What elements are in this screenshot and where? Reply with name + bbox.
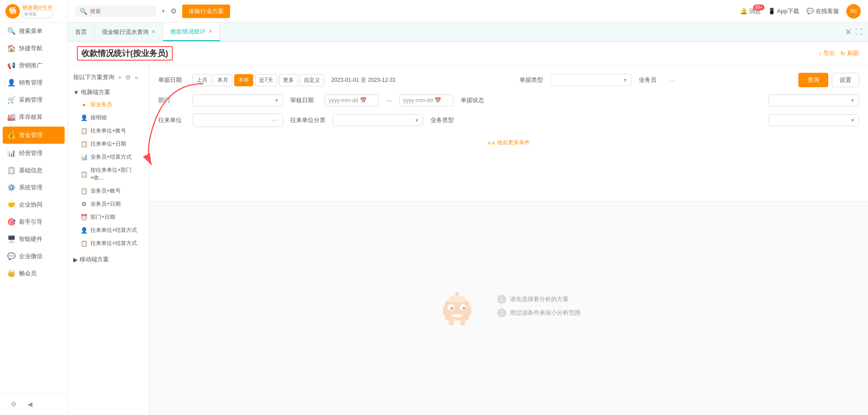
salesperson-more-btn[interactable]: ···: [670, 77, 675, 84]
partner-category-select[interactable]: ▾: [333, 114, 423, 126]
svg-rect-0: [445, 300, 469, 321]
review-date-to-input[interactable]: yyyy-mm-dd 📅: [399, 94, 453, 106]
scheme-item-unit-calc2[interactable]: 📋 往来单位+结算方式: [68, 237, 149, 250]
sidebar-item-wechat[interactable]: 💬 企业微信: [0, 248, 67, 265]
sidebar-item-enterprise[interactable]: 🤝 企业协同: [0, 196, 67, 213]
export-btn[interactable]: ↑ 导出: [819, 49, 835, 57]
dept-select[interactable]: ▾: [193, 94, 283, 106]
query-btn[interactable]: 查询: [798, 73, 828, 87]
dropdown-chevron-icon[interactable]: ▾: [162, 8, 165, 14]
scheme-item-salesperson-calc-label: 业务员+结算方式: [90, 153, 132, 161]
sidebar-item-purchase[interactable]: 🛒 采购管理: [0, 91, 67, 108]
scheme-settings-btn[interactable]: ⚙: [124, 73, 132, 82]
review-date-from-input[interactable]: yyyy-mm-dd 📅: [325, 94, 379, 106]
partner-more-btn[interactable]: ···: [272, 116, 278, 124]
service-icon: 💬: [807, 8, 814, 14]
sidebar-item-search[interactable]: 🔍 搜索菜单: [0, 23, 67, 40]
scheme-add-btn[interactable]: +: [117, 73, 123, 82]
app-download-btn[interactable]: 📱 App下载: [768, 7, 799, 15]
scheme-item-unit-dept[interactable]: 📋 按往来单位+部门+收...: [68, 164, 149, 184]
sidebar-menu: 🔍 搜索菜单 🏠 快捷导航 📢 营销推广 👤 销售管理 🛒 采购管理 🏭 库存核…: [0, 23, 67, 393]
doc-type-label: 单据类型: [519, 76, 547, 84]
sales-icon: 👤: [7, 79, 15, 87]
empty-state: 1 请先选择要分析的方案 2 用过滤条件来缩小分析范围: [149, 201, 868, 415]
business-type-select[interactable]: ▾: [769, 114, 859, 126]
trial-btn[interactable]: 体验行业方案: [182, 5, 230, 18]
collapse-label: 收起更多条件: [497, 139, 530, 146]
chevron-down-icon: ▼: [73, 89, 79, 96]
date-btn-last-month[interactable]: 上月: [193, 74, 212, 86]
date-btn-7days[interactable]: 近7天: [255, 74, 277, 86]
tab-receipt-stats-close[interactable]: ✕: [208, 28, 212, 34]
sidebar-item-inventory[interactable]: 🏭 库存核算: [0, 108, 67, 126]
tabbar: 首页 现金银行流水查询 ✕ 收款情况统计 ✕ ✕ ⛶: [68, 23, 868, 42]
settings-footer-btn[interactable]: ⚙: [7, 398, 20, 410]
tab-bank-flow[interactable]: 现金银行流水查询 ✕: [94, 23, 163, 41]
sidebar-item-member[interactable]: 👑 畅会员: [0, 265, 67, 282]
scheme-item-by-detail[interactable]: 👤 按明细: [68, 111, 149, 124]
unit-date-icon: 📋: [80, 141, 88, 148]
doc-status-select[interactable]: ▾: [769, 94, 859, 106]
close-window-icon[interactable]: ✕: [845, 27, 852, 37]
scheme-item-unit-date[interactable]: 📋 往来单位+日期: [68, 137, 149, 151]
review-date-from-text: yyyy-mm-dd: [329, 97, 358, 104]
sidebar-item-finance[interactable]: 💰 资金管理: [3, 127, 65, 144]
scheme-item-salesperson-account[interactable]: 📋 业务员+账号: [68, 184, 149, 198]
scheme-item-salesperson-date-label: 业务员+日期: [90, 200, 121, 208]
topbar-actions: 🔔 消息 99+ 📱 App下载 💬 在线客服 Rit: [740, 4, 861, 19]
sidebar-item-system[interactable]: ⚙️ 系统管理: [0, 179, 67, 196]
date-btn-custom[interactable]: 自定义: [300, 74, 324, 86]
user-avatar[interactable]: Rit: [846, 4, 861, 19]
scheme-item-unit-account[interactable]: 📋 往来单位+账号: [68, 124, 149, 137]
sidebar-item-guide[interactable]: 🎯 新手引导: [0, 213, 67, 231]
search-input[interactable]: [90, 8, 152, 14]
filter-settings-btn[interactable]: 设置: [832, 73, 859, 87]
scheme-item-salesperson-date[interactable]: ⚙ 业务员+日期: [68, 198, 149, 211]
notification-btn[interactable]: 🔔 消息 99+: [740, 7, 761, 15]
search-box[interactable]: 🔍: [75, 6, 156, 17]
sidebar-item-marketing[interactable]: 📢 营销推广: [0, 57, 67, 74]
purchase-icon: 🛒: [7, 96, 15, 104]
tab-bank-flow-close[interactable]: ✕: [151, 29, 156, 35]
sidebar-item-hardware[interactable]: 🖥️ 智能硬件: [0, 231, 67, 248]
refresh-btn[interactable]: ↻ 刷新: [840, 49, 859, 57]
scheme-item-salesperson-calc[interactable]: 📊 业务员+结算方式: [68, 151, 149, 164]
maximize-icon[interactable]: ⛶: [855, 28, 863, 36]
scheme-desktop-title[interactable]: ▼ 电脑端方案: [68, 86, 149, 98]
tab-receipt-stats-label: 收款情况统计: [170, 28, 206, 36]
system-icon: ⚙️: [7, 184, 15, 192]
online-service-btn[interactable]: 💬 在线客服: [807, 7, 839, 15]
scheme-item-unit-calc2-label: 往来单位+结算方式: [90, 240, 137, 247]
dept-date-icon: ⏰: [80, 214, 88, 221]
scheme-mobile-title[interactable]: ▶ 移动端方案: [68, 254, 149, 265]
scheme-item-by-salesperson[interactable]: ● 按业务员: [68, 98, 149, 111]
sidebar-item-quick-nav[interactable]: 🏠 快捷导航: [0, 40, 67, 57]
partner-select[interactable]: ···: [193, 113, 283, 127]
scheme-item-dept-date[interactable]: ⏰ 部门+日期: [68, 211, 149, 224]
doc-type-chevron-icon: ▾: [624, 77, 627, 83]
sidebar: 畅 畅捷通好生意 标准版 🔍 搜索菜单 🏠 快捷导航 📢 营销推广 👤 销售管理…: [0, 0, 68, 415]
date-to-text: 2023-12-31: [368, 77, 396, 83]
scheme-item-unit-calc1[interactable]: 👤 往来单位+结算方式: [68, 224, 149, 237]
logo-text: 畅捷通好生意: [23, 4, 52, 10]
date-btn-more[interactable]: 更多: [279, 74, 298, 86]
date-btn-this-month[interactable]: 本月: [213, 74, 232, 86]
scheme-mobile-section: ▶ 移动端方案: [68, 252, 149, 267]
sidebar-item-operations[interactable]: 📊 经营管理: [0, 145, 67, 162]
scheme-collapse-btn[interactable]: «: [134, 73, 139, 82]
scheme-item-by-salesperson-label: 按业务员: [90, 101, 112, 108]
collapse-bar[interactable]: ∧∧ 收起更多条件: [158, 134, 859, 151]
sidebar-item-basic[interactable]: 📋 基础信息: [0, 162, 67, 179]
settings-icon[interactable]: ⚙: [170, 7, 177, 15]
scheme-header-title: 按以下方案查询: [73, 73, 114, 81]
export-icon: ↑: [819, 50, 822, 57]
doc-type-select[interactable]: ▾: [550, 74, 632, 86]
sidebar-item-sales[interactable]: 👤 销售管理: [0, 74, 67, 91]
collapse-footer-btn[interactable]: ◀: [24, 398, 36, 410]
date-btn-this-year[interactable]: 本年: [234, 74, 253, 86]
tab-home[interactable]: 首页: [68, 23, 94, 41]
basic-icon: 📋: [7, 166, 15, 174]
tab-receipt-stats[interactable]: 收款情况统计 ✕: [163, 23, 220, 41]
filter-row-2: 部门 ▾ 审核日期 yyyy-mm-dd 📅 — yyyy-mm-dd: [158, 94, 859, 106]
review-date-label: 审核日期: [290, 96, 317, 104]
